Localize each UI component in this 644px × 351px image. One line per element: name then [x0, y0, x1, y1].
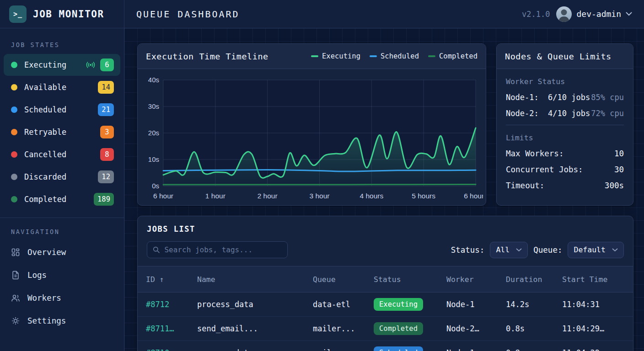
status-select-value: All — [496, 245, 510, 254]
search-input[interactable] — [164, 245, 282, 254]
sidebar-item-discarded[interactable]: Discarded12 — [4, 166, 120, 188]
state-dot-icon — [11, 151, 17, 158]
job-id-link[interactable]: #8710 — [146, 348, 197, 351]
job-id-link[interactable]: #8712 — [146, 300, 197, 309]
limit-row: Concurrent Jobs: 30 — [506, 165, 624, 174]
state-count-badge: 21 — [98, 103, 114, 116]
queue-select-value: Default — [574, 245, 606, 254]
nav-label: Settings — [27, 316, 66, 325]
jobs-list-title: JOBS LIST — [138, 223, 633, 234]
jobs-list-card: JOBS LIST Status: All — [137, 216, 633, 351]
chart-body: 0s10s20s30s40s6 hour1 hour2 hour3 hour4 … — [138, 69, 486, 206]
sidebar-item-workers[interactable]: Workers — [0, 287, 124, 309]
column-header-name[interactable]: Name — [197, 275, 313, 284]
state-label: Available — [24, 83, 66, 92]
chevron-down-icon — [626, 12, 632, 16]
logo-glyph: >_ — [13, 10, 22, 18]
state-count-badge: 189 — [94, 193, 114, 206]
table-row[interactable]: #8711… send_email... mailer... Completed… — [138, 317, 633, 341]
gear-icon — [11, 316, 20, 325]
svg-text:20s: 20s — [148, 129, 159, 137]
avatar — [556, 6, 572, 22]
svg-text:30s: 30s — [148, 102, 159, 110]
job-name-cell: process_data — [197, 300, 313, 309]
chart-title: Execution Time Timeline — [146, 52, 268, 61]
column-header-start-time[interactable]: Start Time — [562, 275, 633, 284]
legend-label: Completed — [439, 52, 478, 60]
search-icon — [153, 246, 160, 254]
state-dot-icon — [11, 196, 17, 202]
status-badge: Executing — [374, 298, 423, 311]
table-row[interactable]: #8710 process_data mailer Scheduled Node… — [138, 341, 633, 351]
state-label: Scheduled — [24, 105, 66, 114]
queue-select[interactable]: Default — [568, 242, 624, 258]
main-content: Execution Time Timeline ExecutingSchedul… — [124, 28, 644, 351]
legend-item-scheduled[interactable]: Scheduled — [370, 52, 419, 60]
sidebar-item-logs[interactable]: Logs — [0, 264, 124, 287]
sidebar-item-overview[interactable]: Overview — [0, 241, 124, 264]
sidebar-item-executing[interactable]: Executing6 — [4, 54, 120, 76]
chart-legend: ExecutingScheduledCompleted — [311, 52, 478, 60]
legend-item-completed[interactable]: Completed — [428, 52, 478, 60]
job-id-link[interactable]: #8711… — [146, 324, 197, 333]
node-jobs: Node-1: 6/10 jobs — [506, 93, 590, 102]
column-header-queue[interactable]: Queue — [313, 275, 374, 284]
limit-label: Timeout: — [506, 181, 544, 190]
jobs-table-header: ID ↑ Name Queue Status Worker Duration S… — [138, 266, 633, 292]
svg-text:6 hour: 6 hour — [153, 192, 173, 200]
column-header-status[interactable]: Status — [374, 275, 446, 284]
svg-text:10s: 10s — [148, 155, 159, 163]
sidebar-item-scheduled[interactable]: Scheduled21 — [4, 99, 120, 121]
chevron-down-icon — [516, 248, 522, 252]
users-icon — [11, 293, 20, 303]
nav-label: Logs — [27, 271, 47, 280]
live-broadcast-icon — [85, 61, 96, 69]
job-queue-cell: mailer... — [313, 324, 374, 333]
job-name-cell: process_data — [197, 348, 313, 351]
table-row[interactable]: #8712 process_data data-etl Executing No… — [138, 292, 633, 317]
limit-value: 30 — [614, 165, 624, 174]
job-queue-cell: mailer — [313, 348, 374, 351]
state-count-badge: 3 — [100, 126, 114, 138]
sidebar: JOB STATES Executing6Available14Schedule… — [0, 28, 124, 351]
limit-label: Max Workers: — [506, 149, 564, 158]
state-dot-icon — [11, 62, 17, 68]
legend-label: Scheduled — [381, 52, 419, 60]
jobs-table: ID ↑ Name Queue Status Worker Duration S… — [138, 266, 633, 351]
job-worker-cell: Node-1 — [446, 300, 506, 309]
sidebar-item-settings[interactable]: Settings — [0, 309, 124, 332]
page-title: QUEUE DASHBOARD — [124, 0, 240, 28]
jobs-controls: Status: All Queue: Default — [147, 241, 624, 258]
job-start-cell: 11:04:31 — [562, 300, 633, 309]
state-label: Discarded — [24, 172, 66, 181]
execution-time-chart: 0s10s20s30s40s6 hour1 hour2 hour3 hour4 … — [139, 72, 483, 205]
sort-asc-icon: ↑ — [160, 275, 164, 284]
chart-card-header: Execution Time Timeline ExecutingSchedul… — [138, 44, 486, 69]
node-jobs: Node-2: 4/10 jobs — [506, 109, 590, 118]
svg-text:4 hours: 4 hours — [360, 192, 383, 200]
state-dot-icon — [11, 174, 17, 180]
sidebar-item-cancelled[interactable]: Cancelled8 — [4, 144, 120, 165]
nav-label: Overview — [27, 248, 66, 257]
state-count-badge: 6 — [100, 58, 114, 71]
nav-label: Workers — [27, 293, 61, 303]
column-header-duration[interactable]: Duration — [506, 275, 562, 284]
status-badge: Completed — [374, 322, 423, 335]
status-badge: Scheduled — [374, 346, 423, 351]
user-menu[interactable]: dev-admin — [556, 6, 632, 22]
job-duration-cell: 0.8s — [506, 324, 562, 333]
column-header-worker[interactable]: Worker — [446, 275, 506, 284]
username: dev-admin — [576, 9, 621, 19]
job-states-heading: JOB STATES — [11, 41, 113, 48]
column-header-id[interactable]: ID ↑ — [146, 275, 197, 284]
sidebar-item-completed[interactable]: Completed189 — [4, 188, 120, 210]
sidebar-item-retryable[interactable]: Retryable3 — [4, 121, 120, 143]
node-status-row: Node-1: 6/10 jobs 85% cpu — [506, 93, 624, 102]
search-box[interactable] — [147, 241, 288, 258]
state-count-badge: 8 — [100, 148, 114, 161]
status-select[interactable]: All — [490, 242, 528, 258]
legend-item-executing[interactable]: Executing — [311, 52, 360, 60]
state-label: Cancelled — [24, 150, 66, 159]
sidebar-item-available[interactable]: Available14 — [4, 76, 120, 98]
job-worker-cell: Node-2… — [446, 324, 506, 333]
